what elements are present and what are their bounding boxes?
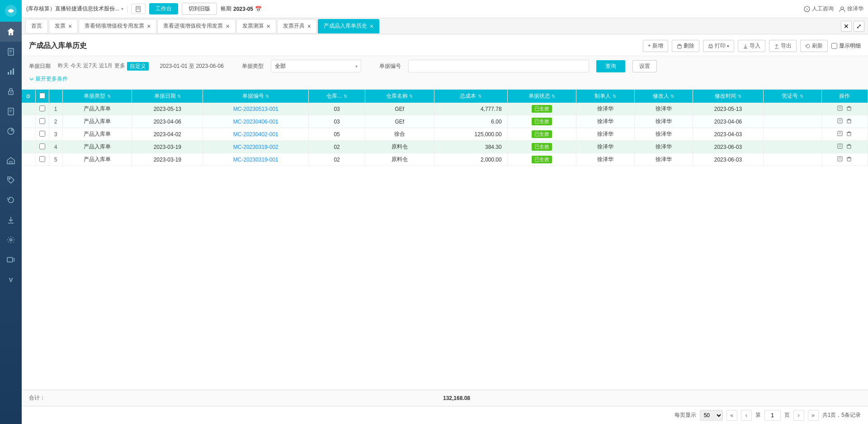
col-modifier[interactable]: 修改人 ⇅ [634, 90, 693, 103]
row-checkbox-2[interactable] [39, 131, 45, 137]
tab-invoice[interactable]: 发票 × [49, 19, 78, 33]
sidebar-item-version[interactable]: V [0, 270, 22, 290]
col-warehouse-name[interactable]: 仓库名称 ⇅ [365, 90, 434, 103]
row-delete-icon-2[interactable] [846, 130, 852, 138]
row-edit-icon-2[interactable] [837, 130, 843, 138]
row-edit-icon-1[interactable] [837, 118, 843, 125]
cell-checkbox-1[interactable] [35, 115, 49, 128]
type-filter-select[interactable]: 全部 产品入库单 [271, 60, 361, 72]
sidebar-item-chart[interactable] [0, 121, 22, 141]
shortcut-1month[interactable]: 近1月 [99, 62, 113, 71]
row-checkbox-3[interactable] [39, 143, 45, 149]
cell-checkbox-3[interactable] [35, 141, 49, 153]
shortcut-custom[interactable]: 自定义 [127, 62, 149, 71]
tab-product-inbound-history[interactable]: 产成品入库单历史 × [318, 19, 379, 33]
link-number-1[interactable]: MC-20230406-001 [233, 119, 278, 125]
show-detail-checkbox[interactable] [831, 43, 837, 49]
col-creator[interactable]: 制单人 ⇅ [576, 90, 635, 103]
row-delete-icon-1[interactable] [846, 118, 852, 125]
link-number-4[interactable]: MC-20230319-001 [233, 157, 278, 163]
company-dropdown-icon[interactable]: ▾ [121, 6, 123, 11]
shortcut-yesterday[interactable]: 昨天 [58, 62, 69, 71]
tab-invoice-open[interactable]: 发票开具 × [277, 19, 317, 33]
expand-conditions-button[interactable]: 展开更多条件 [29, 75, 68, 83]
row-checkbox-1[interactable] [39, 118, 45, 124]
row-edit-icon-4[interactable] [837, 156, 843, 163]
cell-checkbox-4[interactable] [35, 153, 49, 166]
page-input[interactable] [764, 410, 781, 421]
select-all-checkbox[interactable] [39, 93, 45, 99]
help-button[interactable]: ? 人工咨询 [804, 5, 834, 13]
export-button[interactable]: 导出 [769, 40, 797, 52]
query-button[interactable]: 查询 [596, 60, 625, 72]
col-status[interactable]: 单据状态 ⇅ [507, 90, 576, 103]
link-number-3[interactable]: MC-20230319-002 [233, 144, 278, 150]
company-selector[interactable]: (库存核算）直播轻捷通信息技术股份... ▾ [26, 5, 123, 13]
sidebar-item-invoice[interactable] [0, 42, 22, 62]
num-filter-input[interactable] [408, 60, 589, 72]
import-button[interactable]: 导入 [738, 40, 765, 52]
row-delete-icon-0[interactable] [846, 105, 852, 113]
tab-product-inbound-history-close[interactable]: × [370, 23, 373, 29]
shortcut-today[interactable]: 今天 [71, 62, 81, 71]
refresh-button[interactable]: 刷新 [800, 40, 828, 52]
sidebar-item-lock[interactable] [0, 81, 22, 101]
back-to-old-button[interactable]: 切到旧版 [182, 3, 217, 15]
row-checkbox-4[interactable] [39, 156, 45, 162]
row-checkbox-0[interactable] [39, 105, 45, 111]
col-settings[interactable]: ⚙ [22, 90, 35, 103]
tab-invoice-close[interactable]: × [68, 23, 72, 29]
tab-invoice-calc-close[interactable]: × [267, 23, 270, 29]
col-warehouse-code[interactable]: 仓库... ⇅ [309, 90, 365, 103]
cell-number-1[interactable]: MC-20230406-001 [203, 115, 309, 128]
set-button[interactable]: 设置 [632, 60, 657, 72]
col-total-cost[interactable]: 总成本 ⇅ [434, 90, 507, 103]
col-date[interactable]: 单据日期 ⇅ [132, 90, 203, 103]
page-next-button[interactable]: › [793, 410, 804, 421]
sidebar-item-document[interactable] [0, 101, 22, 121]
cell-number-3[interactable]: MC-20230319-002 [203, 141, 309, 153]
row-edit-icon-0[interactable] [837, 105, 843, 113]
tab-check-purchase-vat[interactable]: 查看进项增值税专用发票 × [157, 19, 235, 33]
cell-checkbox-0[interactable] [35, 103, 49, 115]
sidebar-item-warehouse[interactable] [0, 150, 22, 170]
page-first-button[interactable]: « [726, 410, 737, 421]
col-modify-time[interactable]: 修改时间 ⇅ [693, 90, 764, 103]
col-type[interactable]: 单据类型 ⇅ [62, 90, 132, 103]
col-number[interactable]: 单据编号 ⇅ [203, 90, 309, 103]
tab-home[interactable]: 首页 [25, 19, 48, 33]
cell-number-0[interactable]: MC-20230513-001 [203, 103, 309, 115]
sidebar-item-tag[interactable] [0, 170, 22, 190]
new-button[interactable]: + 新增 [643, 40, 668, 52]
sidebar-item-download[interactable] [0, 210, 22, 230]
per-page-select[interactable]: 20 50 100 [700, 410, 723, 421]
user-avatar[interactable]: 徐泽华 [839, 5, 863, 13]
sidebar-item-analytics[interactable] [0, 62, 22, 81]
tab-invoice-open-close[interactable]: × [307, 23, 311, 29]
cell-number-4[interactable]: MC-20230319-001 [203, 153, 309, 166]
col-voucher[interactable]: 凭证号 ⇅ [764, 90, 822, 103]
cell-checkbox-2[interactable] [35, 128, 49, 141]
cell-number-2[interactable]: MC-20230402-001 [203, 128, 309, 141]
sidebar-item-video[interactable] [0, 250, 22, 270]
sidebar-item-settings[interactable] [0, 230, 22, 250]
tab-close-all-button[interactable]: ✕ [841, 21, 852, 32]
tab-check-purchase-vat-close[interactable]: × [226, 23, 229, 29]
print-button[interactable]: 打印 ▾ [703, 40, 734, 52]
page-last-button[interactable]: » [808, 410, 819, 421]
tab-check-sales-vat[interactable]: 查看销项增值税专用发票 × [79, 19, 156, 33]
calendar-icon[interactable]: 📅 [255, 6, 262, 12]
sidebar-item-refresh[interactable] [0, 190, 22, 210]
tab-invoice-calc[interactable]: 发票测算 × [236, 19, 276, 33]
tab-check-sales-vat-close[interactable]: × [147, 23, 151, 29]
delete-button[interactable]: 删除 [672, 40, 699, 52]
row-delete-icon-4[interactable] [846, 156, 852, 163]
app-logo[interactable] [0, 0, 22, 22]
sidebar-item-home[interactable] [0, 22, 22, 42]
link-number-2[interactable]: MC-20230402-001 [233, 131, 278, 138]
show-detail-checkbox-label[interactable]: 显示明细 [831, 42, 861, 50]
workbench-button[interactable]: 工作台 [149, 3, 178, 14]
link-number-0[interactable]: MC-20230513-001 [233, 106, 278, 112]
tab-expand-button[interactable]: ⤢ [854, 21, 864, 32]
shortcut-7days[interactable]: 近7天 [83, 62, 97, 71]
